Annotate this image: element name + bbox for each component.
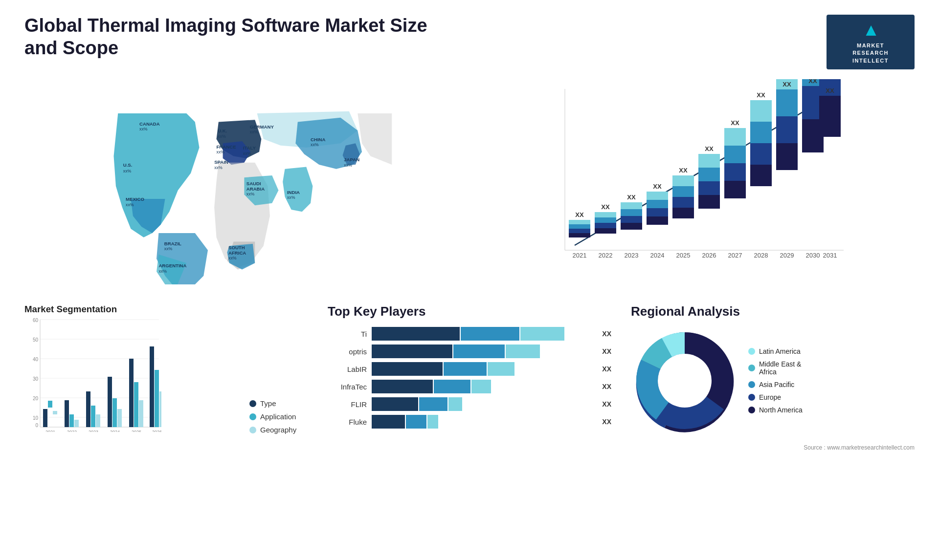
svg-rect-132	[134, 382, 138, 427]
svg-rect-129	[117, 409, 122, 427]
svg-text:XX: XX	[627, 194, 636, 201]
segmentation-section: Market Segmentation 60 50 40 30 20 10 0	[24, 304, 308, 434]
svg-text:xx%: xx%	[139, 127, 148, 131]
latin-america-label: Latin America	[759, 347, 801, 355]
svg-rect-137	[159, 391, 161, 427]
bar-seg-1	[372, 415, 405, 429]
player-xx-flir: XX	[602, 400, 611, 408]
svg-text:CANADA: CANADA	[139, 121, 160, 127]
svg-text:2024: 2024	[110, 430, 120, 432]
svg-rect-136	[155, 370, 159, 427]
player-row-ti: Ti XX	[328, 327, 611, 341]
svg-text:2029: 2029	[780, 252, 794, 259]
svg-rect-63	[672, 175, 694, 186]
svg-rect-61	[672, 197, 694, 208]
legend-north-america: North America	[748, 406, 803, 414]
segmentation-bar-chart: 60 50 40 30 20 10 0	[24, 315, 240, 434]
svg-text:xx%: xx%	[123, 169, 132, 173]
world-map: CANADA xx% U.S. xx% MEXICO xx% BRAZIL xx…	[24, 79, 460, 284]
svg-rect-49	[621, 216, 642, 223]
player-bars-labir	[372, 362, 594, 376]
svg-rect-67	[698, 181, 720, 195]
svg-rect-131	[129, 359, 134, 427]
svg-text:50: 50	[33, 337, 39, 343]
logo-text: MARKETRESEARCHINTELLECT	[852, 42, 889, 65]
svg-text:2026: 2026	[702, 252, 716, 259]
player-bars-fluke	[372, 415, 594, 429]
svg-text:2021: 2021	[573, 252, 587, 259]
svg-text:xx%: xx%	[164, 246, 173, 251]
svg-text:xx%: xx%	[214, 165, 223, 170]
svg-text:xx%: xx%	[250, 129, 258, 134]
player-name-labir: LabIR	[328, 365, 367, 373]
regional-content: Latin America Middle East &Africa Asia P…	[631, 327, 915, 434]
svg-rect-38	[569, 224, 590, 229]
player-name-ti: Ti	[328, 330, 367, 338]
svg-rect-45	[595, 212, 616, 217]
svg-rect-127	[108, 377, 112, 427]
svg-rect-120	[69, 414, 74, 427]
map-svg: CANADA xx% U.S. xx% MEXICO xx% BRAZIL xx…	[24, 79, 460, 284]
player-row-fluke: Fluke XX	[328, 415, 611, 429]
svg-rect-84	[776, 143, 798, 170]
svg-text:2031: 2031	[823, 252, 837, 259]
player-xx-labir: XX	[602, 365, 611, 373]
svg-rect-54	[647, 216, 668, 225]
svg-point-146	[658, 354, 712, 408]
legend-europe: Europe	[748, 393, 803, 401]
geography-dot	[249, 427, 256, 433]
svg-text:XX: XX	[808, 79, 817, 85]
bar-seg-3	[506, 345, 540, 358]
geography-label: Geography	[260, 426, 296, 434]
svg-rect-95	[819, 96, 841, 137]
svg-text:XX: XX	[826, 87, 834, 94]
svg-rect-128	[112, 398, 117, 427]
north-america-label: North America	[759, 406, 803, 414]
segmentation-legend: Type Application Geography	[249, 399, 308, 434]
svg-rect-123	[86, 391, 90, 427]
middle-east-label: Middle East &Africa	[759, 360, 801, 376]
player-bars-optris	[372, 345, 594, 358]
svg-text:XX: XX	[679, 167, 688, 174]
svg-rect-66	[698, 195, 720, 209]
svg-text:30: 30	[33, 376, 39, 382]
svg-text:JAPAN: JAPAN	[344, 157, 359, 162]
svg-text:xx%: xx%	[126, 202, 134, 207]
svg-rect-57	[647, 192, 668, 200]
svg-text:2030: 2030	[806, 252, 820, 259]
svg-text:xx%: xx%	[344, 163, 352, 168]
svg-text:xx%: xx%	[217, 150, 225, 154]
svg-rect-69	[698, 154, 720, 168]
svg-text:SAUDI: SAUDI	[246, 181, 261, 186]
north-america-dot	[748, 407, 755, 413]
segmentation-title: Market Segmentation	[24, 304, 308, 315]
logo: ▲ MARKETRESEARCHINTELLECT	[827, 15, 915, 69]
legend-geography: Geography	[249, 426, 308, 434]
svg-text:40: 40	[33, 357, 39, 362]
svg-rect-37	[569, 229, 590, 233]
svg-text:2026: 2026	[152, 430, 161, 432]
svg-rect-81	[750, 100, 772, 122]
legend-latin-america: Latin America	[748, 347, 803, 355]
svg-text:SOUTH: SOUTH	[228, 245, 245, 250]
svg-rect-121	[74, 420, 79, 427]
legend-middle-east: Middle East &Africa	[748, 360, 803, 376]
bar-seg-3	[448, 397, 462, 411]
svg-text:XX: XX	[705, 145, 714, 152]
player-row-infratec: InfraTec XX	[328, 380, 611, 393]
svg-text:2022: 2022	[67, 430, 77, 432]
svg-rect-133	[139, 400, 143, 427]
legend-type: Type	[249, 399, 308, 408]
svg-rect-50	[621, 209, 642, 216]
bar-seg-3	[520, 327, 564, 341]
regional-title: Regional Analysis	[631, 304, 915, 319]
svg-text:BRAZIL: BRAZIL	[164, 241, 181, 246]
bar-seg-1	[372, 327, 460, 341]
svg-text:FRANCE: FRANCE	[217, 144, 237, 150]
svg-rect-85	[776, 116, 798, 143]
svg-rect-36	[569, 233, 590, 237]
svg-rect-48	[621, 223, 642, 230]
page-title: Global Thermal Imaging Software Market S…	[24, 15, 465, 59]
player-bars-flir	[372, 397, 594, 411]
svg-text:SPAIN: SPAIN	[214, 159, 228, 165]
